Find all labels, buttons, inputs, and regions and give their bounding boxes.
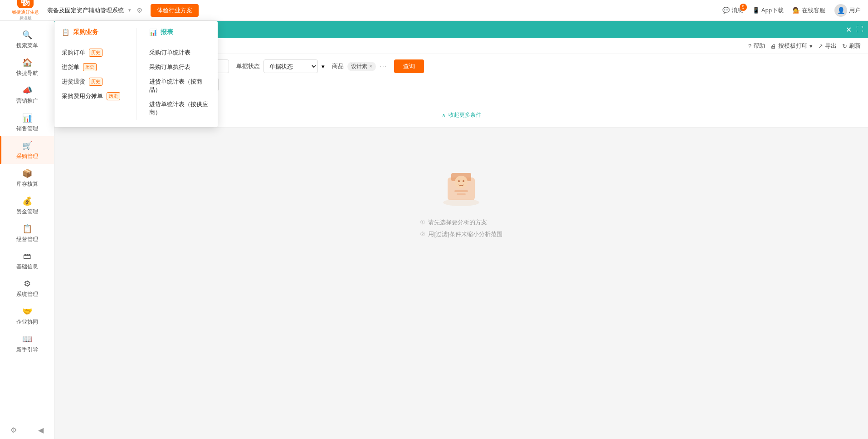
sidebar: 🔍 搜索菜单 🏠 快捷导航 📣 营销推广 📊 销售管理 🛒 采购管理 📦	[0, 21, 54, 439]
sidebar-label-search: 搜索菜单	[16, 42, 38, 49]
export-icon: ↗	[818, 43, 823, 49]
refresh-btn[interactable]: ↻ 刷新	[842, 42, 861, 50]
dropdown-col-purchase: 📋 采购业务 采购订单 历史 进货单 历史 进货退货 历史	[62, 28, 123, 120]
collapse-icon: ∧	[442, 112, 446, 118]
tab-fullscreen-btn[interactable]: ⛶	[856, 25, 863, 34]
dropdown-divider	[136, 28, 137, 120]
sidebar-item-quick-nav[interactable]: 🏠 快捷导航	[0, 53, 54, 81]
sidebar-label-system: 系统管理	[16, 291, 38, 298]
settings-icon[interactable]: ⚙	[137, 6, 142, 15]
dropdown-item-incoming-stats-supplier[interactable]: 进货单统计表（按供应商）	[149, 97, 211, 120]
sidebar-item-inventory[interactable]: 📦 库存核算	[0, 164, 54, 192]
dropdown-item-cost-alloc[interactable]: 采购费用分摊单 历史	[62, 89, 123, 104]
goods-tag-close[interactable]: ×	[369, 63, 372, 69]
help-btn[interactable]: ? 帮助	[748, 42, 765, 50]
sidebar-label-purchase: 采购管理	[16, 153, 38, 160]
empty-hint-1: 请先选择要分析的方案	[420, 217, 502, 228]
inventory-icon: 📦	[22, 168, 32, 178]
enterprise-icon: 🤝	[22, 306, 32, 316]
refresh-label: 刷新	[849, 42, 861, 50]
newbie-icon: 📖	[22, 334, 32, 344]
collapse-label: 收起更多条件	[449, 111, 481, 119]
empty-text: 请先选择要分析的方案 用[过滤]条件来缩小分析范围	[420, 217, 502, 240]
user-label: 用户	[849, 6, 861, 15]
dropdown-item-incoming-stats-goods[interactable]: 进货单统计表（按商品）	[149, 74, 211, 97]
sidebar-item-operations[interactable]: 📋 经营管理	[0, 219, 54, 247]
svg-rect-6	[454, 190, 468, 192]
dropdown-col-purchase-header: 📋 采购业务	[62, 28, 123, 40]
voucher-status-select[interactable]: 单据状态	[263, 59, 318, 73]
dropdown-item-purchase-order[interactable]: 采购订单 历史	[62, 45, 123, 60]
export-btn[interactable]: ↗ 导出	[818, 42, 837, 50]
tab-bar-end: ✕ ⛶	[846, 25, 868, 34]
sidebar-label-quick-nav: 快捷导航	[16, 69, 38, 77]
service-icon: 💁	[793, 7, 800, 14]
sidebar-label-newbie: 新手引导	[16, 346, 38, 354]
home-icon: 🏠	[22, 58, 32, 68]
top-bar-right: 💬 消息 9 📱 App下载 💁 在线客服 👤 用户	[722, 4, 861, 17]
sidebar-item-basic-info[interactable]: 🗃 基础信息	[0, 247, 54, 274]
sidebar-item-purchase[interactable]: 🛒 采购管理	[0, 136, 54, 164]
svg-point-4	[458, 180, 460, 182]
voucher-status-dropdown-icon: ▾	[322, 63, 325, 70]
empty-state: 请先选择要分析的方案 用[过滤]条件来缩小分析范围	[54, 128, 868, 276]
app-download-label: App下载	[761, 6, 784, 15]
online-service-btn[interactable]: 💁 在线客服	[793, 6, 825, 15]
dropdown-item-purchase-order-exec[interactable]: 采购订单执行表	[149, 60, 211, 74]
dropdown-item-return[interactable]: 进货退货 历史	[62, 74, 123, 89]
operations-icon: 📋	[22, 224, 32, 234]
purchase-order-history-tag: 历史	[89, 49, 102, 57]
user-btn[interactable]: 👤 用户	[834, 4, 861, 17]
sales-icon: 📊	[22, 113, 32, 123]
phone-icon: 📱	[752, 7, 760, 14]
query-button[interactable]: 查询	[394, 59, 424, 73]
top-bar: 畅 畅捷通好生意 标准版 装备及固定资产辅助管理系统 ▾ ⚙ 体验行业方案 💬 …	[0, 0, 868, 21]
dropdown-item-incoming[interactable]: 进货单 历史	[62, 60, 123, 74]
help-icon: ?	[748, 43, 751, 49]
sidebar-collapse-btn[interactable]: ◀	[38, 426, 44, 434]
app-download-btn[interactable]: 📱 App下载	[752, 6, 784, 15]
print-dropdown-icon: ▾	[809, 43, 813, 49]
dropdown-menu: 📋 采购业务 采购订单 历史 进货单 历史 进货退货 历史	[54, 21, 218, 127]
finance-icon: 💰	[22, 196, 32, 206]
dropdown-col-report-header: 📊 报表	[149, 28, 211, 40]
message-badge-wrap: 消息 9	[731, 6, 743, 15]
goods-tag: 设计素 ×	[347, 62, 376, 71]
sidebar-settings-btn[interactable]: ⚙	[10, 426, 17, 434]
industry-btn[interactable]: 体验行业方案	[151, 4, 199, 17]
sidebar-item-search[interactable]: 🔍 搜索菜单	[0, 25, 54, 53]
sidebar-item-enterprise[interactable]: 🤝 企业协同	[0, 302, 54, 330]
svg-point-3	[455, 176, 468, 188]
purchase-col-title: 采购业务	[73, 28, 98, 36]
incoming-label: 进货单	[62, 63, 79, 71]
sidebar-item-system[interactable]: ⚙ 系统管理	[0, 274, 54, 302]
avatar: 👤	[834, 4, 847, 17]
svg-rect-7	[457, 193, 466, 195]
cost-alloc-label: 采购费用分摊单	[62, 92, 103, 100]
system-title-dropdown[interactable]: ▾	[128, 7, 131, 13]
goods-tag-text: 设计素	[351, 63, 367, 70]
goods-dots[interactable]: ···	[380, 62, 387, 70]
goods-filter-group: 商品 设计素 × ···	[332, 62, 387, 71]
voucher-status-group: 单据状态 单据状态 ▾	[236, 59, 325, 73]
sidebar-label-operations: 经营管理	[16, 236, 38, 243]
sidebar-item-newbie[interactable]: 📖 新手引导	[0, 330, 54, 357]
dropdown-item-purchase-order-stats[interactable]: 采购订单统计表	[149, 45, 211, 60]
empty-illustration	[434, 164, 488, 209]
purchase-order-stats-label: 采购订单统计表	[149, 49, 190, 57]
print-btn[interactable]: 🖨 按模板打印 ▾	[770, 42, 813, 50]
sidebar-label-enterprise: 企业协同	[16, 318, 38, 326]
logo-sub: 标准版	[20, 15, 32, 21]
sidebar-item-marketing[interactable]: 📣 营销推广	[0, 81, 54, 109]
logo-text: 畅捷通好生意	[12, 9, 39, 15]
message-btn[interactable]: 💬 消息 9	[722, 6, 743, 15]
voucher-status-label: 单据状态	[236, 62, 260, 70]
sidebar-item-sales[interactable]: 📊 销售管理	[0, 109, 54, 136]
report-col-icon: 📊	[149, 29, 157, 36]
sidebar-item-finance[interactable]: 💰 资金管理	[0, 192, 54, 219]
empty-hint-2: 用[过滤]条件来缩小分析范围	[420, 228, 502, 240]
tab-close-window-btn[interactable]: ✕	[846, 25, 852, 34]
online-service-label: 在线客服	[802, 6, 825, 15]
incoming-history-tag: 历史	[83, 63, 97, 71]
logo: 畅 畅捷通好生意 标准版	[7, 0, 44, 20]
